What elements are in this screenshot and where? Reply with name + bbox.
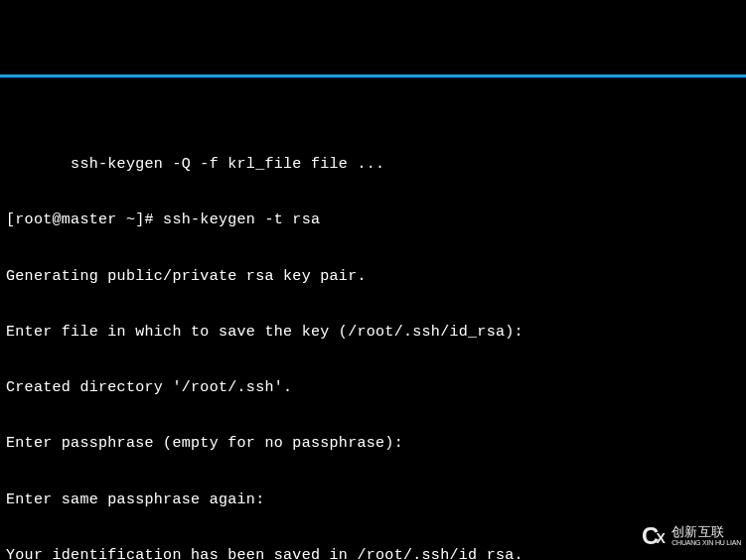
watermark-logo: C X 创新互联 CHUANG XIN HU LIAN xyxy=(642,518,741,554)
terminal-line: [root@master ~]# ssh-keygen -t rsa xyxy=(6,211,740,230)
watermark-text-en: CHUANG XIN HU LIAN xyxy=(671,539,741,547)
watermark-icon-x: X xyxy=(657,531,667,545)
watermark-text-cn: 创新互联 xyxy=(671,525,741,539)
terminal-line: Your identification has been saved in /r… xyxy=(6,547,740,560)
terminal-line: ssh-keygen -Q -f krl_file file ... xyxy=(6,156,740,175)
terminal-line: Enter passphrase (empty for no passphras… xyxy=(6,435,740,454)
terminal-line: Enter same passphrase again: xyxy=(6,491,740,510)
window-top-border xyxy=(0,74,746,77)
terminal-line: Created directory '/root/.ssh'. xyxy=(6,379,740,398)
watermark-text: 创新互联 CHUANG XIN HU LIAN xyxy=(671,525,741,547)
watermark-icon: C X xyxy=(642,524,669,548)
terminal-line: Generating public/private rsa key pair. xyxy=(6,268,740,287)
terminal-line: Enter file in which to save the key (/ro… xyxy=(6,324,740,343)
terminal-viewport[interactable]: ssh-keygen -Q -f krl_file file ... [root… xyxy=(0,115,746,561)
